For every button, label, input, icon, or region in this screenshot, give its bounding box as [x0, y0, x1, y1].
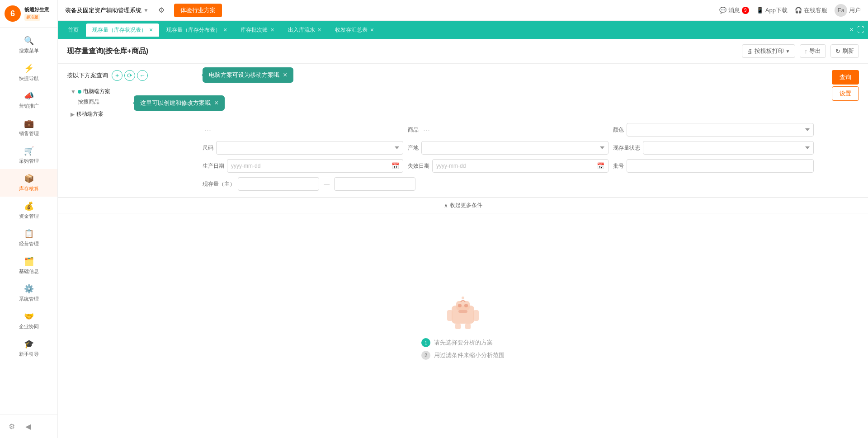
- search-button[interactable]: 查询: [832, 70, 859, 85]
- sidebar-collapse-btn[interactable]: ◀: [22, 420, 34, 433]
- refresh-scheme-btn[interactable]: ⟳: [124, 70, 135, 81]
- scheme-tooltip-close[interactable]: ×: [283, 71, 287, 79]
- sidebar-item-system[interactable]: ⚙️ 系统管理: [0, 279, 57, 307]
- refresh-btn[interactable]: ↻ 刷新: [830, 44, 859, 58]
- message-btn[interactable]: 💬 消息 9: [719, 6, 749, 14]
- tabbar: 首页 现存量（库存状况表） × 现存量（库存分布表） × 库存批次账 × 出入库…: [58, 21, 868, 39]
- sidebar-item-marketing[interactable]: 📣 营销推广: [0, 86, 57, 114]
- sidebar-item-label: 营销推广: [19, 103, 39, 109]
- tab-close-all-icon[interactable]: ×: [849, 26, 854, 34]
- tab-close-icon[interactable]: ×: [223, 26, 227, 33]
- sidebar-item-label: 企业协同: [19, 323, 39, 330]
- topbar: 装备及固定资产辅助管理系统 ▼ ⚙ 体验行业方案 💬 消息 9 📱 App下载 …: [58, 0, 868, 21]
- tab-home[interactable]: 首页: [61, 24, 85, 37]
- sidebar-item-company[interactable]: 🤝 企业协同: [0, 307, 57, 334]
- filter-row-4: 现存量（主） —: [203, 177, 814, 191]
- tab-expand-icon[interactable]: ⛶: [857, 26, 864, 34]
- phone-icon: 📱: [756, 7, 764, 14]
- sidebar-item-label: 资金管理: [19, 213, 39, 220]
- app-download-btn[interactable]: 📱 App下载: [756, 6, 788, 14]
- sidebar-item-basic[interactable]: 🗂️ 基础信息: [0, 252, 57, 279]
- money-icon: 💰: [24, 201, 34, 211]
- setting-button[interactable]: 设置: [832, 86, 859, 101]
- color-select[interactable]: [627, 123, 814, 137]
- tab-receivesend[interactable]: 收发存汇总表 ×: [329, 24, 380, 37]
- message-label: 消息: [728, 6, 740, 14]
- sidebar-item-operations[interactable]: 📋 经营管理: [0, 224, 57, 252]
- user-btn[interactable]: Ea 用户: [835, 4, 861, 17]
- folder-icon: 🗂️: [24, 256, 34, 266]
- clipboard-icon: 📋: [24, 229, 34, 239]
- expdate-start-input[interactable]: yyyy-mm-dd 📅: [432, 159, 609, 173]
- scheme-tooltip-text: 电脑方案可设为移动方案哦: [209, 71, 279, 79]
- filter-field-origin: 产地: [408, 141, 609, 155]
- settings-button[interactable]: ⚙: [154, 3, 169, 18]
- system-selector[interactable]: 装备及固定资产辅助管理系统 ▼: [65, 6, 149, 14]
- scheme-tooltip: 电脑方案可设为移动方案哦 ×: [203, 67, 293, 83]
- tab-inventory-status-label: 现存量（库存状况表）: [92, 26, 146, 34]
- edit-tooltip-close[interactable]: ×: [214, 99, 218, 107]
- logo-icon: 6: [5, 5, 21, 22]
- print-btn[interactable]: 🖨 按模板打印 ▼: [742, 44, 795, 58]
- user-label: 用户: [849, 6, 861, 14]
- filter-row-3: 生产日期 yyyy-mm-dd 📅 失效日期 yyyy-mm-dd 📅: [203, 159, 814, 173]
- tab-batch[interactable]: 库存批次账 ×: [234, 24, 280, 37]
- tab-inventory-dist[interactable]: 现存量（库存分布表） ×: [160, 24, 233, 37]
- sidebar-item-finance[interactable]: 💰 资金管理: [0, 197, 57, 224]
- tab-inout-label: 出入库流水: [288, 26, 315, 34]
- inventory-min-input[interactable]: [238, 177, 319, 191]
- handshake-icon: 🤝: [24, 311, 34, 321]
- filter-field-goods: 商品 ···: [408, 125, 609, 135]
- inventory-max-input[interactable]: [334, 177, 415, 191]
- tree-expand-icon: ▶: [71, 111, 75, 118]
- sidebar-item-label: 基础信息: [19, 268, 39, 275]
- origin-select[interactable]: [421, 141, 609, 155]
- status-select[interactable]: [643, 141, 814, 155]
- edit-tooltip-arrow: [130, 100, 136, 106]
- collapse-btn[interactable]: ∧ 收起更多条件: [444, 202, 482, 209]
- sidebar-menu: 🔍 搜索菜单 ⚡ 快捷导航 📣 营销推广 💼 销售管理 🛒 采购管理 📦 库存核…: [0, 28, 57, 414]
- filter-row-2: 尺码 产地 现存量状态: [203, 141, 814, 155]
- sidebar-item-label: 库存核算: [19, 185, 39, 192]
- tab-close-icon[interactable]: ×: [270, 26, 274, 33]
- experience-btn[interactable]: 体验行业方案: [174, 4, 222, 17]
- step2-num: 2: [421, 351, 430, 360]
- sidebar-item-inventory[interactable]: 📦 库存核算: [0, 169, 57, 197]
- add-scheme-btn[interactable]: +: [112, 70, 123, 81]
- sidebar-item-label: 销售管理: [19, 130, 39, 137]
- size-select[interactable]: [216, 141, 403, 155]
- warehouse-dots[interactable]: ···: [203, 125, 213, 135]
- cart-icon: 🛒: [24, 146, 34, 156]
- tab-inout[interactable]: 出入库流水 ×: [282, 24, 328, 37]
- empty-step-1: 1 请先选择要分析的方案: [421, 338, 505, 347]
- sidebar-item-sales[interactable]: 💼 销售管理: [0, 114, 57, 141]
- headset-icon: 🎧: [795, 7, 802, 14]
- tab-receivesend-label: 收发存汇总表: [335, 26, 368, 34]
- sidebar-item-label: 快捷导航: [19, 75, 39, 82]
- tab-close-icon[interactable]: ×: [318, 26, 321, 33]
- print-label: 按模板打印: [755, 47, 784, 55]
- scheme-child-label: 按搜商品: [78, 98, 99, 106]
- sidebar-item-search[interactable]: 🔍 搜索菜单: [0, 31, 57, 59]
- sidebar-bottom: ⚙ ◀: [0, 414, 57, 438]
- filter-label: 按以下方案查询: [67, 71, 108, 80]
- filter-field-warehouse: ···: [203, 125, 403, 135]
- collapse-bar: ∧ 收起更多条件: [58, 198, 868, 213]
- size-label: 尺码: [203, 144, 213, 152]
- sidebar-settings-btn[interactable]: ⚙: [5, 420, 18, 433]
- sidebar-item-purchase[interactable]: 🛒 采购管理: [0, 141, 57, 169]
- tab-inventory-status[interactable]: 现存量（库存状况表） ×: [86, 24, 159, 37]
- batch-label: 批号: [613, 162, 624, 170]
- goods-dots[interactable]: ···: [421, 125, 432, 135]
- proddate-start-input[interactable]: yyyy-mm-dd 📅: [227, 159, 403, 173]
- batch-input[interactable]: [627, 159, 814, 173]
- sidebar-item-newbie[interactable]: 🎓 新手引导: [0, 334, 57, 362]
- tab-close-icon[interactable]: ×: [370, 26, 374, 33]
- tab-close-icon[interactable]: ×: [149, 26, 153, 33]
- sidebar-item-quick[interactable]: ⚡ 快捷导航: [0, 59, 57, 86]
- back-scheme-btn[interactable]: ←: [137, 70, 148, 81]
- filter-field-proddate: 生产日期 yyyy-mm-dd 📅: [203, 159, 403, 173]
- page-actions: 🖨 按模板打印 ▼ ↑ 导出 ↻ 刷新: [742, 44, 859, 58]
- service-btn[interactable]: 🎧 在线客服: [795, 6, 827, 14]
- export-btn[interactable]: ↑ 导出: [800, 44, 826, 58]
